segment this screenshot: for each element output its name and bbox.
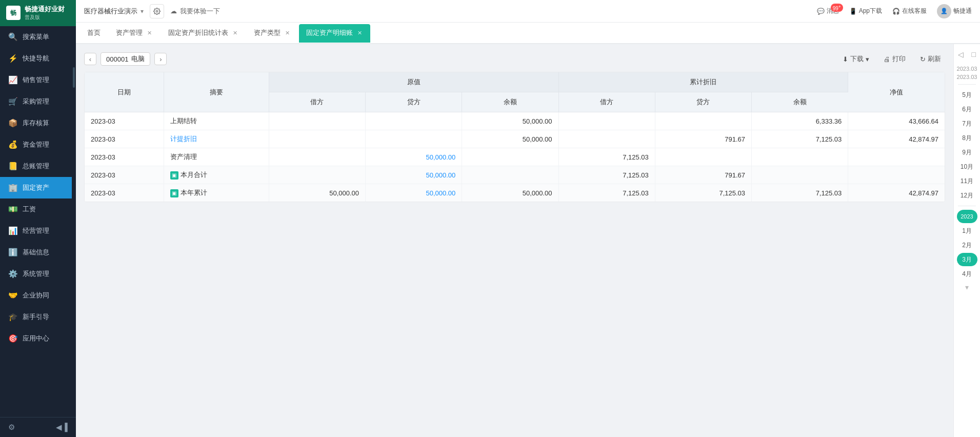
quick-nav-icon: ⚡ — [8, 54, 17, 63]
sidebar-item-capital[interactable]: 💰 资金管理 — [0, 134, 72, 155]
tab-depreciation-stats[interactable]: 固定资产折旧统计表 ✕ — [161, 24, 246, 43]
year-2023-badge[interactable]: 2023 — [957, 210, 977, 223]
sidebar-item-purchase[interactable]: 🛒 采购管理 — [0, 91, 72, 112]
cell-net-value: 42,874.97 — [848, 130, 945, 148]
cell-summary: 资产清理 — [164, 148, 269, 166]
settings-gear-icon[interactable]: ⚙ — [8, 423, 15, 432]
cell-orig-debit — [269, 148, 365, 166]
sidebar-item-system[interactable]: ⚙️ 系统管理 — [0, 263, 72, 285]
cell-orig-debit — [269, 130, 365, 148]
online-service-button[interactable]: 🎧 在线客服 — [892, 7, 927, 15]
panel-divider-2 — [958, 206, 975, 206]
sidebar-item-ledger[interactable]: 📒 总账管理 — [0, 155, 72, 177]
tab-close-asset-mgmt[interactable]: ✕ — [146, 29, 153, 36]
table-row: 2023-03 计提折旧 50,000.00 791.67 7,125.03 4… — [85, 130, 945, 148]
sidebar-item-inventory[interactable]: 📦 库存核算 — [0, 112, 72, 134]
table-row: 2023-03 ▣本年累计 50,000.00 50,000.00 50,000… — [85, 184, 945, 202]
month-7[interactable]: 7月 — [957, 117, 977, 130]
month-2[interactable]: 2月 — [957, 239, 977, 252]
tab-close-asset-detail[interactable]: ✕ — [356, 29, 363, 36]
panel-down-arrow[interactable]: ▾ — [965, 283, 969, 291]
summary-icon: ▣ — [170, 189, 178, 197]
cell-orig-credit: 50,000.00 — [366, 148, 462, 166]
svg-point-0 — [156, 10, 158, 12]
main-area: 医疗器械行业演示 ▾ ☁ 我要体验一下 💬 消息 99+ 📱 App下载 — [76, 0, 980, 437]
toolbar-row: ‹ 000001 电脑 › ⬇ 下载 ▾ 🖨 打印 — [84, 52, 945, 66]
header-right: 💬 消息 99+ 📱 App下载 🎧 在线客服 👤 畅捷通 — [817, 4, 972, 18]
cell-orig-balance: 50,000.00 — [462, 130, 558, 148]
panel-expand-icon[interactable]: □ — [972, 50, 976, 58]
company-selector[interactable]: 医疗器械行业演示 ▾ — [84, 7, 144, 16]
cell-dep-credit: 791.67 — [655, 166, 751, 184]
col-group-original: 原值 — [269, 72, 558, 92]
col-dep-credit: 贷方 — [655, 92, 751, 112]
tab-close-depreciation-stats[interactable]: ✕ — [231, 29, 238, 36]
next-asset-button[interactable]: › — [154, 53, 167, 65]
collapse-icon[interactable]: ◀▐ — [56, 423, 68, 432]
message-button[interactable]: 💬 消息 99+ — [817, 7, 839, 15]
print-button[interactable]: 🖨 打印 — [879, 52, 910, 66]
sidebar-item-app-center[interactable]: 🎯 应用中心 — [0, 328, 72, 349]
cell-date: 2023-03 — [85, 166, 164, 184]
sidebar-item-fixed-assets[interactable]: 🏢 固定资产 — [0, 177, 72, 198]
cell-dep-credit — [655, 148, 751, 166]
tab-asset-mgmt[interactable]: 资产管理 ✕ — [109, 24, 160, 43]
cell-dep-debit: 7,125.03 — [558, 184, 655, 202]
basic-info-icon: ℹ️ — [8, 248, 17, 257]
app-download-button[interactable]: 📱 App下载 — [849, 7, 882, 15]
cell-orig-balance — [462, 166, 558, 184]
sidebar-header: 畅 畅捷通好业财 普及版 — [0, 0, 76, 26]
month-3-active[interactable]: 3月 — [957, 253, 977, 266]
prev-asset-button[interactable]: ‹ — [84, 53, 96, 65]
user-profile[interactable]: 👤 畅捷通 — [937, 4, 972, 18]
sidebar-item-operations[interactable]: 📊 经营管理 — [0, 220, 72, 242]
sidebar-item-payroll[interactable]: 💵 工资 — [0, 198, 72, 220]
chevron-down-icon: ▾ — [141, 8, 144, 15]
experience-button[interactable]: ☁ 我要体验一下 — [170, 7, 220, 16]
month-12[interactable]: 12月 — [957, 189, 977, 202]
tab-asset-type[interactable]: 资产类型 ✕ — [247, 24, 298, 43]
app-edition: 普及版 — [25, 14, 65, 21]
table-row: 2023-03 上期结转 50,000.00 6,333.36 43,666.6… — [85, 112, 945, 130]
sidebar-item-collab[interactable]: 🤝 企业协同 — [0, 285, 72, 306]
company-settings-button[interactable] — [150, 4, 164, 18]
sidebar-item-guide[interactable]: 🎓 新手引导 — [0, 306, 72, 328]
month-1[interactable]: 1月 — [957, 224, 977, 237]
col-date: 日期 — [85, 72, 164, 112]
panel-year-label-top: 2023.03 — [956, 66, 978, 72]
month-11[interactable]: 11月 — [957, 174, 977, 188]
header-left: 医疗器械行业演示 ▾ ☁ 我要体验一下 — [84, 4, 220, 18]
month-5[interactable]: 5月 — [957, 88, 977, 102]
sidebar-item-quick-nav[interactable]: ⚡ 快捷导航 — [0, 48, 72, 69]
month-6[interactable]: 6月 — [957, 103, 977, 116]
refresh-icon: ↻ — [920, 55, 926, 63]
sidebar: 畅 畅捷通好业财 普及版 🔍 搜索菜单 ⚡ 快捷导航 📈 销售管理 🛒 采购 — [0, 0, 76, 437]
app-center-icon: 🎯 — [8, 334, 17, 343]
col-group-depreciation: 累计折旧 — [558, 72, 848, 92]
cell-summary: ▣本年累计 — [164, 184, 269, 202]
month-4[interactable]: 4月 — [957, 267, 977, 281]
month-9[interactable]: 9月 — [957, 146, 977, 159]
sidebar-item-basic-info[interactable]: ℹ️ 基础信息 — [0, 242, 72, 263]
fixed-assets-icon: 🏢 — [8, 183, 17, 192]
tab-asset-detail[interactable]: 固定资产明细账 ✕ — [299, 24, 370, 43]
cell-orig-debit: 50,000.00 — [269, 184, 365, 202]
purchase-icon: 🛒 — [8, 97, 17, 106]
summary-icon: ▣ — [170, 171, 178, 180]
month-10[interactable]: 10月 — [957, 160, 977, 173]
month-8[interactable]: 8月 — [957, 131, 977, 145]
avatar: 👤 — [937, 4, 951, 18]
main-content: ‹ 000001 电脑 › ⬇ 下载 ▾ 🖨 打印 — [76, 44, 953, 437]
tab-home[interactable]: 首页 — [80, 24, 108, 43]
sidebar-item-sales[interactable]: 📈 销售管理 — [0, 69, 72, 91]
cell-date: 2023-03 — [85, 112, 164, 130]
tab-close-asset-type[interactable]: ✕ — [284, 29, 291, 36]
cell-orig-debit — [269, 112, 365, 130]
app-logo: 畅 — [6, 6, 21, 20]
sidebar-item-search[interactable]: 🔍 搜索菜单 — [0, 26, 72, 48]
panel-collapse-icon[interactable]: ◁ — [958, 50, 964, 58]
download-button[interactable]: ⬇ 下载 ▾ — [838, 52, 873, 66]
top-header: 医疗器械行业演示 ▾ ☁ 我要体验一下 💬 消息 99+ 📱 App下载 — [76, 0, 980, 23]
refresh-button[interactable]: ↻ 刷新 — [916, 52, 945, 66]
cell-orig-balance — [462, 148, 558, 166]
